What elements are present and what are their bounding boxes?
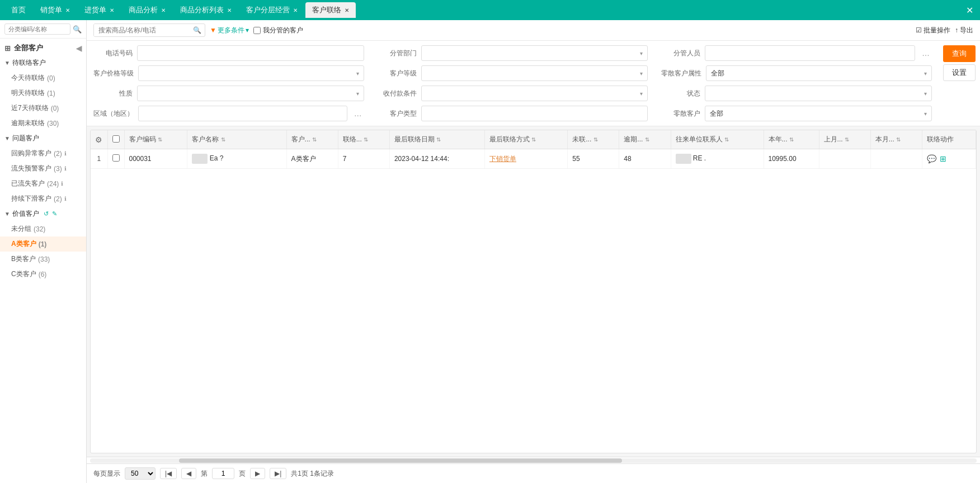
next-page-button[interactable]: ▶: [250, 468, 265, 479]
value-edit-icon[interactable]: ✎: [52, 210, 57, 217]
filter-row-4: 区域（地区） … 客户类型 零散客户 全部 ▾: [93, 106, 932, 121]
row-this-month: [870, 149, 922, 169]
th-last-contact-method[interactable]: 最后联络方式 ⇅: [484, 130, 567, 149]
filter-search-input[interactable]: [94, 24, 190, 36]
th-gear[interactable]: ⚙: [91, 130, 107, 149]
last-page-button[interactable]: ▶|: [270, 468, 286, 479]
th-contact-person[interactable]: 往来单位联系人 ⇅: [671, 130, 764, 149]
manager-input[interactable]: [705, 45, 915, 61]
customer-level-select[interactable]: ▾: [421, 65, 648, 81]
filter-more-conditions[interactable]: ▼ 更多条件 ▾: [210, 26, 249, 35]
th-this-month[interactable]: 本月... ⇅: [870, 130, 922, 149]
department-select[interactable]: ▾: [421, 45, 648, 61]
th-customer-type[interactable]: 客户... ⇅: [286, 130, 338, 149]
manager-label: 分管人员: [661, 49, 700, 58]
retail-customer-select[interactable]: 全部 ▾: [705, 106, 932, 121]
th-last-contact-date[interactable]: 最后联络日期 ⇅: [389, 130, 484, 149]
sidebar-item-declining[interactable]: 持续下滑客户 (2) ℹ: [0, 191, 86, 206]
th-overdue[interactable]: 逾期... ⇅: [619, 130, 671, 149]
close-customersegment-icon[interactable]: ✕: [293, 7, 298, 13]
sidebar-item-class-b[interactable]: B类客户 (33): [0, 252, 86, 267]
close-all-tabs-button[interactable]: ✕: [964, 3, 976, 18]
sidebar-item-churned[interactable]: 已流失客户 (24) ℹ: [0, 176, 86, 191]
sidebar-section-problem-title[interactable]: ▼ 问题客户: [0, 131, 86, 146]
th-customer-name[interactable]: 客户名称 ⇅: [187, 130, 286, 149]
filter-field-price-level: 客户价格等级 ▾: [93, 65, 364, 81]
close-salesorder-icon[interactable]: ✕: [65, 7, 70, 13]
nature-select[interactable]: ▾: [137, 86, 364, 101]
retail-attr-arrow-icon: ▾: [924, 70, 927, 77]
value-refresh-icon[interactable]: ↺: [44, 210, 49, 217]
sidebar-item-overdue[interactable]: 逾期未联络 (30): [0, 116, 86, 131]
bottom-bar: 每页显示 50 100 |◀ ◀ 第 页 ▶ ▶| 共1页 1条记录: [87, 463, 980, 483]
sidebar-item-unclassified[interactable]: 未分组 (32): [0, 221, 86, 236]
contactperson-sort-icon: ⇅: [724, 136, 729, 143]
sidebar-item-churn-warning[interactable]: 流失预警客户 (3) ℹ: [0, 161, 86, 176]
my-customers-filter[interactable]: 我分管的客户: [253, 26, 303, 35]
query-button[interactable]: 查询: [943, 45, 976, 62]
sidebar-collapse-icon[interactable]: ◀: [76, 44, 82, 53]
sidebar-item-class-c[interactable]: C类客户 (6): [0, 267, 86, 282]
close-customercontact-icon[interactable]: ✕: [345, 7, 349, 13]
my-customers-checkbox[interactable]: [253, 27, 261, 34]
nav-tab-customercontact[interactable]: 客户联络 ✕: [305, 2, 356, 18]
retail-attr-select[interactable]: 全部 ▾: [706, 65, 932, 81]
th-last-month[interactable]: 上月... ⇅: [819, 130, 870, 149]
row-checkbox[interactable]: [112, 154, 120, 162]
first-page-button[interactable]: |◀: [160, 468, 177, 479]
th-customer-code[interactable]: 客户编码 ⇅: [124, 130, 187, 149]
region-input[interactable]: [138, 106, 347, 121]
sidebar-item-tomorrow-pending[interactable]: 明天待联络 (1): [0, 86, 86, 101]
row-code: 000031: [124, 149, 187, 169]
select-all-checkbox[interactable]: [112, 135, 120, 143]
row-no: 1: [91, 149, 107, 169]
filter-row-1: 电话号码 分管部门 ▾ 分管人员: [93, 45, 932, 61]
prev-page-button[interactable]: ◀: [181, 468, 196, 479]
sidebar-item-today-pending[interactable]: 今天待联络 (0): [0, 70, 86, 86]
nav-tab-salesorder[interactable]: 销货单 ✕: [34, 2, 77, 18]
message-icon[interactable]: 💬: [927, 154, 936, 163]
sidebar-search-input[interactable]: [4, 23, 70, 35]
problem-arrow-icon: ▼: [4, 135, 10, 141]
nav-tab-purchaseorder[interactable]: 进货单 ✕: [78, 2, 121, 18]
close-purchaseorder-icon[interactable]: ✕: [110, 7, 114, 13]
qr-icon[interactable]: ⊞: [940, 154, 946, 163]
nav-tab-productanalysislist[interactable]: 商品分析列表 ✕: [173, 2, 238, 18]
sidebar-item-7days-pending[interactable]: 近7天待联络 (0): [0, 101, 86, 116]
sidebar-item-repurchase-anomaly[interactable]: 回购异常客户 (2) ℹ: [0, 146, 86, 161]
last-contact-method-link[interactable]: 下销货单: [489, 155, 516, 163]
price-level-select[interactable]: ▾: [138, 65, 364, 81]
nav-tab-home[interactable]: 首页: [4, 5, 32, 15]
close-productanalysislist-icon[interactable]: ✕: [227, 7, 232, 13]
filter-search-icon[interactable]: 🔍: [190, 24, 205, 36]
sidebar-item-class-a[interactable]: A类客户 (1): [0, 236, 86, 252]
th-this-year[interactable]: 本年... ⇅: [764, 130, 819, 149]
page-input[interactable]: [212, 468, 234, 479]
customer-type-input[interactable]: [421, 106, 648, 121]
top-nav-bar: 首页 销货单 ✕ 进货单 ✕ 商品分析 ✕ 商品分析列表 ✕ 客户分层经营 ✕ …: [0, 0, 980, 20]
close-productanalysis-icon[interactable]: ✕: [161, 7, 166, 13]
phone-input[interactable]: [137, 45, 364, 61]
gear-icon[interactable]: ⚙: [95, 135, 102, 144]
sidebar-section-value-title[interactable]: ▼ 价值客户 ↺ ✎: [0, 206, 86, 221]
row-contact-count: 7: [338, 149, 389, 169]
per-page-select[interactable]: 50 100: [125, 467, 156, 480]
nav-tab-customersegment[interactable]: 客户分层经营 ✕: [239, 2, 304, 18]
settings-button[interactable]: 设置: [943, 64, 976, 81]
th-contact-count[interactable]: 联络... ⇅: [338, 130, 389, 149]
page-label: 第: [201, 469, 208, 479]
horizontal-scroll-bar[interactable]: [87, 457, 980, 463]
customer-level-arrow-icon: ▾: [640, 70, 643, 77]
sidebar-section-pending-title[interactable]: ▼ 待联络客户: [0, 55, 86, 70]
nocontact-sort-icon: ⇅: [593, 136, 598, 143]
batch-op-button[interactable]: ☑ 批量操作: [916, 26, 950, 35]
sidebar-section-problem: ▼ 问题客户 回购异常客户 (2) ℹ 流失预警客户 (3) ℹ 已流失客户 (…: [0, 131, 86, 206]
sidebar-search-icon[interactable]: 🔍: [73, 25, 82, 34]
nav-tab-productanalysis[interactable]: 商品分析 ✕: [122, 2, 172, 18]
status-select[interactable]: ▾: [705, 86, 932, 101]
export-button[interactable]: ↑ 导出: [955, 26, 973, 35]
payment-select[interactable]: ▾: [421, 86, 648, 101]
th-no-contact[interactable]: 未联... ⇅: [568, 130, 619, 149]
manager-dots-icon[interactable]: …: [920, 49, 932, 58]
region-dots-icon[interactable]: …: [352, 109, 364, 118]
